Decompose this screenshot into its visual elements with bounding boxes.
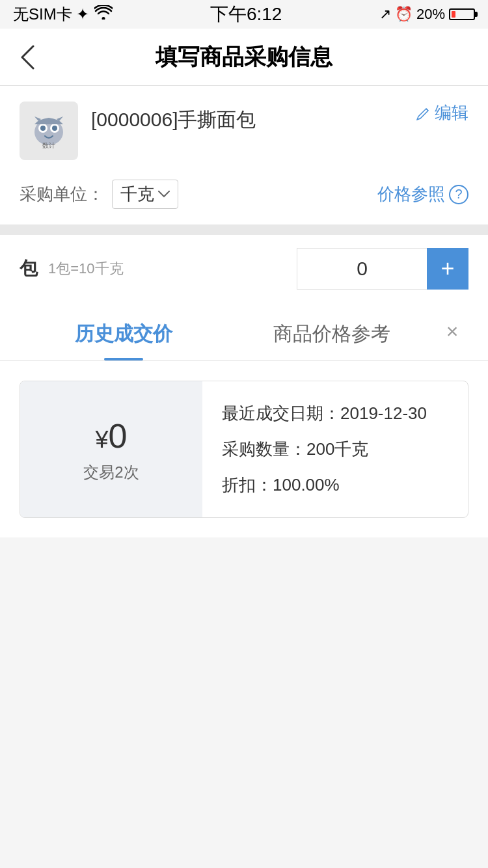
product-id: [0000006]	[91, 109, 178, 130]
edit-label: 编辑	[435, 102, 468, 124]
history-right: 最近成交日期：2019-12-30 采购数量：200千克 折扣：100.00%	[202, 381, 468, 517]
price-amount: 0	[109, 417, 128, 455]
quantity-plus-button[interactable]: +	[427, 248, 468, 290]
back-button[interactable]	[13, 43, 42, 72]
product-left: 数计 [0000006]手撕面包	[20, 102, 256, 160]
price-ref-hint-icon: ?	[449, 185, 468, 204]
wifi-icon	[94, 5, 113, 23]
purchase-qty-label: 采购数量：	[222, 439, 306, 459]
battery-percent: 20%	[416, 6, 445, 23]
yen-symbol: ¥	[96, 426, 109, 453]
location-icon: ↗	[379, 6, 391, 23]
edit-button[interactable]: 编辑	[416, 102, 468, 124]
quantity-left: 包 1包=10千克	[20, 256, 124, 281]
edit-icon	[416, 106, 431, 120]
product-logo-icon: 数计	[29, 111, 68, 150]
tab-section: 历史成交价 商品价格参考 × ¥0 交易2次 最近成交日期：2019-12-30…	[0, 303, 488, 537]
svg-point-3	[40, 126, 46, 131]
carrier-label: 无SIM卡 ✦	[13, 4, 89, 25]
status-right: ↗ ⏰ 20%	[379, 6, 475, 23]
alarm-icon: ⏰	[395, 6, 413, 23]
quantity-control: +	[297, 248, 468, 290]
recent-date-label: 最近成交日期：	[222, 403, 340, 423]
product-image: 数计	[20, 102, 78, 160]
tab-product-price-ref[interactable]: 商品价格参考	[228, 303, 436, 360]
page-background	[0, 537, 488, 868]
tab-history-price[interactable]: 历史成交价	[20, 303, 228, 360]
unit-desc: 1包=10千克	[48, 259, 124, 278]
recent-date-value: 2019-12-30	[340, 403, 427, 423]
product-header: 数计 [0000006]手撕面包 编辑	[20, 102, 468, 160]
dropdown-arrow-icon	[158, 191, 170, 198]
trade-count: 交易2次	[83, 462, 139, 483]
nav-bar: 填写商品采购信息	[0, 29, 488, 86]
recent-date-row: 最近成交日期：2019-12-30	[222, 401, 448, 426]
status-left: 无SIM卡 ✦	[13, 4, 113, 25]
unit-dropdown[interactable]: 千克	[112, 180, 178, 209]
tab-product-label: 商品价格参考	[273, 323, 390, 344]
purchase-qty-value: 200千克	[306, 439, 368, 459]
svg-text:数计: 数计	[42, 142, 55, 149]
time-display: 下午6:12	[210, 2, 282, 27]
svg-point-4	[52, 126, 57, 131]
product-title: 手撕面包	[178, 109, 256, 130]
page-title: 填写商品采购信息	[156, 42, 332, 72]
product-info: [0000006]手撕面包	[91, 102, 256, 133]
price-ref-button[interactable]: 价格参照 ?	[377, 183, 468, 206]
history-content: ¥0 交易2次 最近成交日期：2019-12-30 采购数量：200千克 折扣：…	[0, 361, 488, 537]
tab-row: 历史成交价 商品价格参考 ×	[0, 303, 488, 361]
unit-left: 采购单位： 千克	[20, 180, 178, 209]
purchase-qty-row: 采购数量：200千克	[222, 437, 448, 462]
tab-history-label: 历史成交价	[75, 323, 172, 344]
quantity-input[interactable]	[297, 248, 427, 290]
discount-value: 100.00%	[273, 475, 340, 495]
section-divider	[0, 224, 488, 235]
history-left: ¥0 交易2次	[20, 381, 202, 517]
history-card: ¥0 交易2次 最近成交日期：2019-12-30 采购数量：200千克 折扣：…	[20, 381, 468, 518]
discount-label: 折扣：	[222, 475, 273, 495]
unit-badge: 包	[20, 256, 38, 281]
status-bar: 无SIM卡 ✦ 下午6:12 ↗ ⏰ 20%	[0, 0, 488, 29]
purchase-unit-row: 采购单位： 千克 价格参照 ?	[20, 173, 468, 209]
price-ref-label: 价格参照	[377, 183, 445, 206]
product-card: 数计 [0000006]手撕面包 编辑 采购单位： 千克	[0, 86, 488, 224]
battery-icon	[449, 8, 475, 20]
history-price: ¥0	[96, 416, 128, 455]
unit-value: 千克	[120, 183, 154, 206]
close-icon: ×	[446, 319, 459, 344]
product-name: [0000006]手撕面包	[91, 102, 256, 133]
tab-close-button[interactable]: ×	[436, 316, 468, 348]
battery-fill	[452, 11, 455, 18]
quantity-row: 包 1包=10千克 +	[0, 235, 488, 303]
purchase-unit-label: 采购单位：	[20, 183, 104, 206]
discount-row: 折扣：100.00%	[222, 472, 448, 498]
